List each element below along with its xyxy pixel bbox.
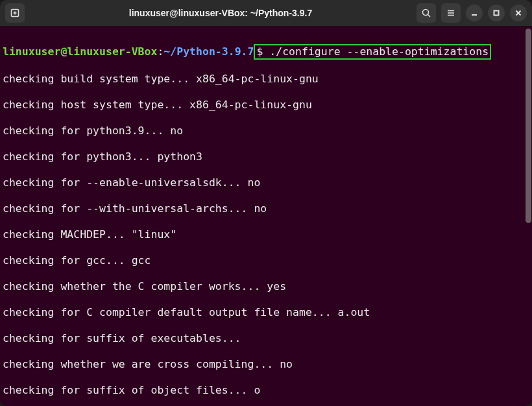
minimize-icon <box>470 9 478 17</box>
output-line: checking whether the C compiler works...… <box>3 280 529 293</box>
prompt-dollar: $ <box>256 45 269 58</box>
search-icon <box>421 8 431 18</box>
output-line: checking for --enable-universalsdk... no <box>3 176 529 189</box>
svg-rect-9 <box>494 11 499 16</box>
scrollbar-thumb[interactable] <box>526 29 531 223</box>
svg-line-4 <box>428 15 431 18</box>
output-line: checking for --with-universal-archs... n… <box>3 202 529 215</box>
output-line: checking MACHDEP... "linux" <box>3 228 529 241</box>
new-tab-icon <box>10 8 20 18</box>
output-line: checking for gcc... gcc <box>3 254 529 267</box>
prompt-userhost: linuxuser@linuxuser-VBox <box>3 45 157 58</box>
maximize-button[interactable] <box>488 5 505 21</box>
prompt-path: ~/Python-3.9.7 <box>163 45 254 58</box>
output-line: checking whether we are cross compiling.… <box>3 358 529 371</box>
command-highlight: $ ./configure --enable-optimizations <box>254 44 491 60</box>
close-button[interactable] <box>510 5 527 21</box>
command-text: ./configure --enable-optimizations <box>269 45 489 58</box>
menu-button[interactable] <box>441 3 461 23</box>
prompt-sep: : <box>157 45 163 58</box>
output-line: checking host system type... x86_64-pc-l… <box>3 99 529 112</box>
svg-point-3 <box>423 10 429 16</box>
titlebar-right <box>417 3 527 23</box>
search-button[interactable] <box>417 3 436 23</box>
terminal-body[interactable]: linuxuser@linuxuser-VBox:~/Python-3.9.7$… <box>0 26 532 406</box>
titlebar-left <box>5 3 25 23</box>
output-line: checking for python3... python3 <box>3 150 529 163</box>
titlebar: linuxuser@linuxuser-VBox: ~/Python-3.9.7 <box>0 0 532 26</box>
terminal-window: linuxuser@linuxuser-VBox: ~/Python-3.9.7… <box>0 0 532 406</box>
window-title: linuxuser@linuxuser-VBox: ~/Python-3.9.7 <box>30 8 411 18</box>
minimize-button[interactable] <box>466 5 483 21</box>
output-line: checking for python3.9... no <box>3 125 529 137</box>
output-line: checking for suffix of executables... <box>3 332 529 345</box>
output-line: checking build system type... x86_64-pc-… <box>3 73 529 86</box>
output-line: checking for suffix of object files... o <box>3 384 529 397</box>
prompt-line: linuxuser@linuxuser-VBox:~/Python-3.9.7$… <box>3 44 529 60</box>
new-tab-button[interactable] <box>5 3 25 23</box>
output-line: checking for C compiler default output f… <box>3 306 529 319</box>
close-icon <box>514 9 522 17</box>
hamburger-icon <box>446 8 456 18</box>
maximize-icon <box>492 9 500 17</box>
